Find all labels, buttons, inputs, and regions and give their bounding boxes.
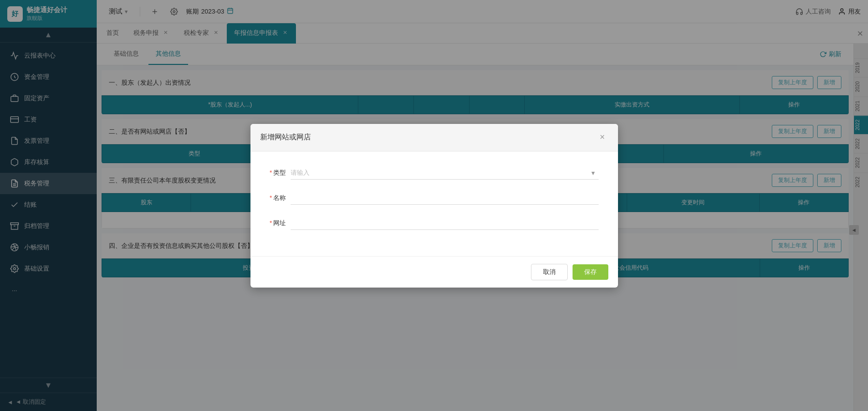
form-row-type: *类型 ▾: [270, 166, 599, 180]
form-control-wrap-url: [291, 216, 599, 230]
required-star-url: *: [270, 219, 272, 227]
modal-overlay[interactable]: 新增网站或网店 × *类型 ▾ *名称: [0, 0, 868, 411]
form-row-name: *名称: [270, 191, 599, 205]
modal-close-btn[interactable]: ×: [597, 132, 608, 143]
form-label-type: *类型: [270, 168, 286, 177]
form-control-wrap-type: ▾: [291, 166, 599, 180]
modal-body: *类型 ▾ *名称 *网址: [250, 152, 618, 256]
required-star-type: *: [270, 169, 272, 176]
form-row-url: *网址: [270, 216, 599, 230]
url-input[interactable]: [291, 216, 599, 230]
modal-title: 新增网站或网店: [260, 133, 311, 142]
type-input[interactable]: [291, 166, 599, 180]
form-label-name: *名称: [270, 194, 286, 202]
required-star-name: *: [270, 194, 272, 201]
modal-footer: 取消 保存: [250, 256, 618, 288]
modal-header: 新增网站或网店 ×: [250, 124, 618, 152]
save-button[interactable]: 保存: [573, 264, 608, 280]
cancel-button[interactable]: 取消: [531, 264, 568, 280]
name-input[interactable]: [291, 191, 599, 205]
modal-add-website: 新增网站或网店 × *类型 ▾ *名称: [250, 124, 618, 288]
form-control-wrap-name: [291, 191, 599, 205]
form-label-url: *网址: [270, 219, 286, 228]
